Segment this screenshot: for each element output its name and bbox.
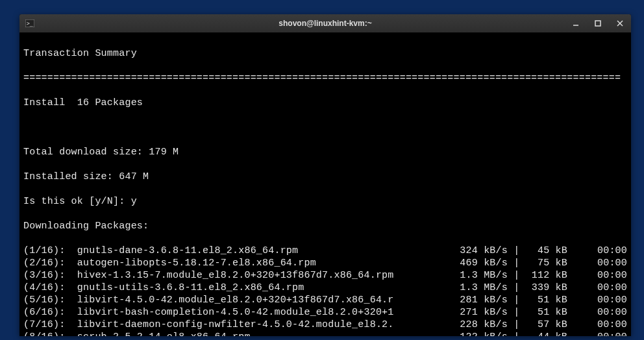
separator: ========================================…: [23, 72, 627, 84]
download-row: (6/16): libvirt-bash-completion-4.5.0-42…: [23, 306, 627, 319]
maximize-button[interactable]: [587, 14, 609, 32]
download-size: Total download size: 179 M: [23, 146, 627, 158]
terminal-icon: >_: [25, 19, 35, 28]
maximize-icon: [595, 20, 601, 27]
summary-header: Transaction Summary: [23, 47, 627, 60]
minimize-button[interactable]: [565, 14, 587, 32]
close-icon: [617, 20, 623, 27]
download-row: (3/16): hivex-1.3.15-7.module_el8.2.0+32…: [23, 269, 627, 282]
installed-size: Installed size: 647 M: [23, 171, 627, 183]
svg-text:>_: >_: [27, 21, 33, 27]
window-title: shovon@linuxhint-kvm:~: [279, 19, 371, 28]
download-row: (2/16): autogen-libopts-5.18.12-7.el8.x8…: [23, 257, 627, 269]
downloading-header: Downloading Packages:: [23, 220, 627, 232]
download-list: (1/16): gnutls-dane-3.6.8-11.el8_2.x86_6…: [23, 245, 627, 336]
svg-rect-3: [595, 21, 601, 26]
window-controls: [565, 14, 631, 32]
download-row: (4/16): gnutls-utils-3.6.8-11.el8_2.x86_…: [23, 282, 627, 294]
confirm-prompt: Is this ok [y/N]: y: [23, 195, 627, 208]
download-row: (5/16): libvirt-4.5.0-42.module_el8.2.0+…: [23, 294, 627, 306]
minimize-icon: [573, 20, 579, 27]
download-row: (1/16): gnutls-dane-3.6.8-11.el8_2.x86_6…: [23, 245, 627, 257]
blank-line: [23, 121, 627, 134]
terminal-output[interactable]: Transaction Summary ====================…: [19, 32, 631, 336]
download-row: (7/16): libvirt-daemon-config-nwfilter-4…: [23, 319, 627, 331]
download-row: (8/16): scrub-2.5.2-14.el8.x86_64.rpm 12…: [23, 331, 627, 336]
terminal-window: >_ shovon@linuxhint-kvm:~ Transaction Su…: [19, 14, 631, 336]
close-button[interactable]: [609, 14, 631, 32]
titlebar[interactable]: >_ shovon@linuxhint-kvm:~: [19, 14, 631, 32]
install-count: Install 16 Packages: [23, 97, 627, 109]
